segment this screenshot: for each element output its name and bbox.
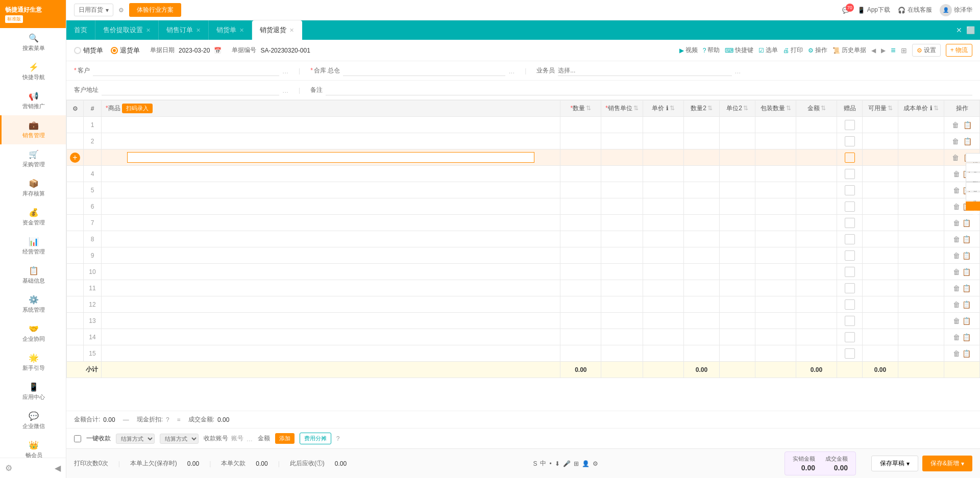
- row-unit2[interactable]: [720, 117, 755, 133]
- sidebar-item-guide[interactable]: 🌟 新手引导: [0, 348, 66, 377]
- delete-row-btn[interactable]: 🗑: [952, 317, 961, 325]
- calc-method-select[interactable]: 结算方式: [116, 434, 155, 444]
- split-cost-btn[interactable]: 费用分摊: [300, 433, 331, 444]
- ime-icon-6[interactable]: ⊞: [574, 460, 579, 467]
- sidebar-item-purchase[interactable]: 🛒 采购管理: [0, 144, 66, 173]
- tab-sales-delivery[interactable]: 销货单 ✕: [209, 20, 252, 40]
- gift-checkbox[interactable]: [845, 267, 855, 277]
- row-goods[interactable]: [102, 133, 560, 149]
- copy-row-btn[interactable]: 📋: [961, 219, 972, 227]
- unit2-sort-icon[interactable]: ⇅: [743, 105, 748, 112]
- user-group[interactable]: 👤 徐泽华: [940, 4, 972, 16]
- sidebar-item-apps[interactable]: 📱 应用中心: [0, 377, 66, 406]
- amount-sort-icon[interactable]: ⇅: [821, 105, 826, 112]
- address-input[interactable]: [102, 85, 279, 95]
- gift-checkbox[interactable]: [845, 348, 855, 359]
- delete-row-btn[interactable]: 🗑: [952, 284, 961, 292]
- help-btn[interactable]: ? 帮助: [703, 46, 720, 55]
- sidebar-item-sales[interactable]: 💼 销售管理: [0, 115, 66, 144]
- customer-dots[interactable]: ...: [282, 67, 288, 75]
- view-grid-icon[interactable]: ⊞: [901, 46, 907, 55]
- radio-sales-delivery[interactable]: 销货单: [74, 46, 103, 55]
- online-service-group[interactable]: 🎧 在线客服: [898, 6, 932, 14]
- ime-icon-4[interactable]: ⬇: [555, 460, 560, 467]
- row-unit[interactable]: [601, 133, 643, 149]
- sidebar-item-shortcut[interactable]: ⚡ 快捷导航: [0, 57, 66, 86]
- row-qty2[interactable]: [684, 149, 720, 166]
- sidebar-item-operations[interactable]: 📊 经营管理: [0, 232, 66, 261]
- copy-row-btn[interactable]: 📋: [961, 268, 972, 276]
- settings-btn[interactable]: ⚙ 设置: [912, 44, 941, 57]
- gift-checkbox[interactable]: [845, 120, 855, 130]
- row-avail[interactable]: [863, 117, 898, 133]
- sidebar-item-marketing[interactable]: 📢 营销推广: [0, 86, 66, 115]
- gift-checkbox[interactable]: [845, 234, 855, 244]
- row-amount[interactable]: [796, 133, 837, 149]
- copy-row-btn[interactable]: 📋: [961, 251, 972, 260]
- sidebar-item-search[interactable]: 🔍 搜索菜单: [0, 28, 66, 57]
- ime-icon-5[interactable]: 🎤: [563, 460, 571, 467]
- ime-icon-7[interactable]: 👤: [582, 460, 590, 467]
- account-method-select[interactable]: 结算方式: [160, 434, 199, 444]
- delete-row-btn[interactable]: 🗑: [951, 121, 960, 129]
- view-list-icon[interactable]: ≡: [891, 46, 895, 55]
- row-cost[interactable]: [898, 149, 944, 166]
- gift-checkbox[interactable]: [845, 218, 855, 228]
- select-order-btn[interactable]: ☑ 选单: [758, 46, 778, 55]
- history-btn[interactable]: 📜 历史单据: [832, 46, 866, 55]
- experience-btn[interactable]: 体验行业方案: [129, 3, 181, 17]
- delete-row-btn[interactable]: 🗑: [952, 268, 961, 276]
- delete-row-btn[interactable]: 🗑: [952, 186, 961, 194]
- row-avail[interactable]: [863, 149, 898, 166]
- row-price[interactable]: [643, 133, 684, 149]
- industry-select[interactable]: 日用百货 ▾: [74, 4, 113, 16]
- right-panel-btn-4[interactable]: 件: [966, 182, 980, 191]
- sidebar-item-system[interactable]: ⚙️ 系统管理: [0, 290, 66, 319]
- tab-sales-order-close[interactable]: ✕: [196, 27, 201, 34]
- operations-btn[interactable]: ⚙ 操作: [808, 46, 827, 55]
- copy-row-btn[interactable]: 📋: [961, 349, 972, 358]
- delete-row-btn[interactable]: 🗑: [952, 251, 961, 260]
- row-qty[interactable]: [560, 149, 601, 166]
- ime-icon-8[interactable]: ⚙: [593, 460, 598, 467]
- delete-row-btn[interactable]: 🗑: [952, 170, 961, 178]
- salesperson-dots[interactable]: ...: [735, 67, 741, 75]
- row-amount[interactable]: [796, 149, 837, 166]
- tab-sales-return[interactable]: 销货退货 ✕: [252, 20, 302, 40]
- copy-row-btn[interactable]: 📋: [962, 137, 973, 145]
- row-price[interactable]: [643, 149, 684, 166]
- video-btn[interactable]: ▶ 视频: [679, 46, 698, 55]
- gift-checkbox[interactable]: [845, 283, 855, 293]
- nav-next-icon[interactable]: ▶: [881, 47, 886, 54]
- copy-row-btn[interactable]: 📋: [961, 333, 972, 341]
- row-goods-input[interactable]: [102, 149, 560, 166]
- add-row-btn[interactable]: +: [70, 153, 80, 163]
- warehouse-dots[interactable]: ...: [508, 67, 514, 75]
- save-new-btn[interactable]: 保存&新增 ▾: [922, 456, 972, 471]
- gift-checkbox[interactable]: [845, 316, 855, 326]
- copy-row-btn[interactable]: 📋: [961, 284, 972, 292]
- warehouse-input[interactable]: [343, 65, 505, 76]
- message-icon-group[interactable]: 💬 70: [842, 7, 850, 14]
- tab-sales-return-close[interactable]: ✕: [289, 27, 294, 34]
- copy-row-btn[interactable]: 📋: [961, 317, 972, 325]
- goods-search-input[interactable]: [127, 152, 534, 163]
- add-logistics-btn[interactable]: + 物流: [946, 44, 972, 57]
- help-icon-discount[interactable]: ?: [166, 416, 169, 423]
- row-price[interactable]: [643, 117, 684, 133]
- row-cost[interactable]: [898, 133, 944, 149]
- gear-settings-icon[interactable]: ⚙: [118, 7, 124, 14]
- unit-sort-icon[interactable]: ⇅: [633, 105, 639, 112]
- scan-button[interactable]: 扫码录入: [122, 104, 153, 113]
- gift-checkbox[interactable]: [845, 332, 855, 342]
- right-panel-btn-1[interactable]: 消: [966, 153, 980, 162]
- cost-sort-icon[interactable]: ⇅: [934, 105, 939, 112]
- gift-checkbox[interactable]: [845, 185, 855, 195]
- print-btn[interactable]: 🖨 打印: [783, 46, 803, 55]
- row-gear[interactable]: +: [67, 149, 84, 166]
- copy-row-btn[interactable]: 📋: [961, 300, 972, 309]
- row-avail[interactable]: [863, 133, 898, 149]
- right-panel-btn-3[interactable]: 附: [966, 172, 980, 182]
- tab-sales-order[interactable]: 销售订单 ✕: [159, 20, 209, 40]
- address-dots[interactable]: ...: [282, 86, 288, 94]
